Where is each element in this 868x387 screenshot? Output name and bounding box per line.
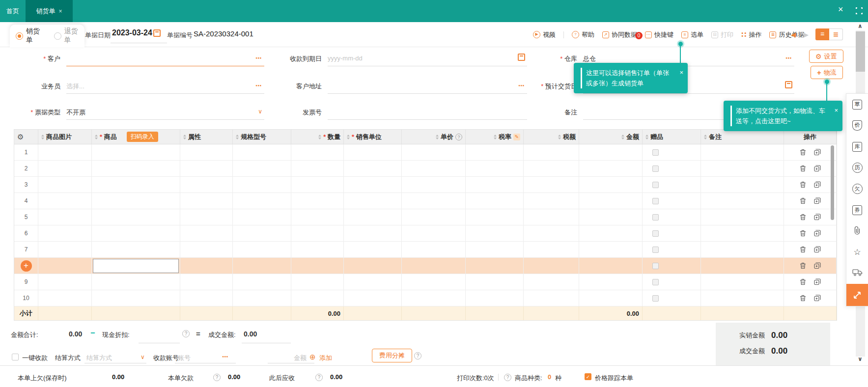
history-round-tool[interactable]: 历 — [846, 157, 868, 178]
delete-row-button[interactable] — [800, 181, 806, 188]
customer-input[interactable] — [66, 51, 264, 66]
page-scrollbar-thumb[interactable] — [856, 31, 865, 72]
close-icon[interactable] — [679, 67, 683, 78]
close-icon[interactable] — [834, 105, 838, 115]
sort-icon[interactable] — [494, 135, 497, 139]
expand-panel-button[interactable] — [846, 284, 868, 306]
sort-icon[interactable] — [41, 135, 44, 139]
delete-row-button[interactable] — [800, 149, 806, 156]
delete-row-button[interactable] — [800, 246, 806, 253]
delete-row-button[interactable] — [800, 295, 806, 302]
gift-checkbox[interactable] — [652, 198, 659, 204]
column-header-1[interactable]: 商品图片 — [38, 130, 92, 144]
receipt-account-input[interactable] — [175, 363, 236, 363]
copy-row-button[interactable] — [814, 149, 821, 156]
address-picker-icon[interactable] — [518, 82, 525, 89]
receipt-amount-input[interactable] — [268, 363, 314, 363]
add-receipt-label[interactable]: 添加 — [319, 354, 332, 362]
delete-row-button[interactable] — [800, 278, 806, 285]
sort-icon[interactable] — [436, 135, 439, 139]
sort-icon[interactable] — [621, 135, 624, 139]
sort-icon[interactable] — [183, 135, 186, 139]
tab-sales-order[interactable]: 销货单 — [26, 0, 73, 22]
help-icon[interactable] — [504, 374, 511, 381]
copy-row-button[interactable] — [814, 165, 821, 172]
nav-prev-icon[interactable]: ◀ — [791, 31, 796, 38]
column-header-4[interactable]: 规格型号 — [233, 130, 291, 144]
gift-checkbox[interactable] — [652, 263, 659, 269]
fee-share-button[interactable]: 费用分摊 — [372, 349, 412, 362]
customer-address-input[interactable] — [328, 78, 527, 94]
column-header-2[interactable]: 商品扫码录入 — [92, 130, 180, 144]
paperclip-tool[interactable] — [846, 221, 868, 242]
sort-icon[interactable] — [236, 135, 239, 139]
action-help[interactable]: ?帮助 — [572, 30, 594, 39]
window-close-icon[interactable] — [838, 5, 843, 14]
copy-row-button[interactable] — [814, 262, 821, 269]
chevron-down-icon[interactable] — [258, 108, 262, 115]
column-header-11[interactable]: 赠品 — [643, 130, 701, 144]
salesman-picker-icon[interactable] — [255, 82, 262, 89]
delete-row-button[interactable] — [800, 165, 806, 172]
calendar-icon[interactable] — [518, 54, 525, 61]
warehouse-picker-icon[interactable] — [785, 55, 792, 62]
calendar-icon[interactable] — [153, 29, 161, 37]
add-row-button[interactable]: + — [21, 260, 32, 272]
bill-type-select[interactable]: 不开票 — [66, 104, 264, 120]
delete-row-button[interactable] — [800, 214, 806, 221]
sort-icon[interactable] — [347, 135, 350, 139]
delete-row-button[interactable] — [800, 230, 806, 237]
column-header-12[interactable]: 备注 — [701, 130, 784, 144]
logistics-button[interactable]: 物流 — [811, 66, 843, 79]
delete-row-button[interactable] — [800, 262, 806, 269]
sort-icon[interactable] — [318, 135, 321, 139]
tab-home[interactable]: 首页 — [0, 0, 26, 22]
price-track-checkbox[interactable] — [585, 373, 591, 380]
doc-date-value[interactable]: 2023-03-24 — [112, 28, 152, 37]
draft-tool[interactable]: 草 — [846, 94, 868, 115]
tab-close-icon[interactable] — [58, 8, 62, 15]
copy-row-button[interactable] — [814, 197, 821, 204]
star-tool[interactable]: ☆ — [846, 242, 868, 263]
coupon-tool[interactable]: 券 — [846, 199, 868, 221]
column-header-5[interactable]: 数量 — [291, 130, 344, 144]
column-header-9[interactable]: 税额 — [524, 130, 579, 144]
gift-checkbox[interactable] — [652, 230, 659, 237]
edit-icon[interactable] — [513, 134, 520, 140]
sort-icon[interactable] — [558, 135, 561, 139]
copy-row-button[interactable] — [814, 230, 821, 237]
copy-row-button[interactable] — [814, 278, 821, 285]
cash-discount-input[interactable] — [139, 343, 180, 343]
radio-sales-order[interactable]: 销货单 — [16, 27, 47, 45]
debt-tool[interactable]: 欠 — [846, 178, 868, 199]
nav-next-icon[interactable]: ▶ — [804, 31, 809, 38]
column-header-7[interactable]: 单价 — [402, 130, 466, 144]
gift-checkbox[interactable] — [652, 295, 659, 302]
window-fullscreen-icon[interactable] — [856, 7, 863, 14]
stock-tool[interactable]: 库 — [846, 136, 868, 157]
gift-checkbox[interactable] — [652, 214, 659, 221]
action-pick-order[interactable]: ≡选单 — [681, 30, 703, 39]
sort-icon[interactable] — [95, 135, 98, 139]
card-view-toggle[interactable]: ≣ — [829, 28, 843, 40]
salesman-input[interactable]: 选择... — [66, 78, 264, 94]
settings-button[interactable]: 设置 — [809, 50, 843, 63]
gift-checkbox[interactable] — [652, 182, 659, 188]
radio-return-order[interactable]: 退货单 — [54, 27, 85, 45]
copy-row-button[interactable] — [814, 246, 821, 253]
invoice-no-input[interactable] — [328, 104, 527, 120]
action-grid[interactable]: ∷操作 — [741, 30, 761, 39]
sort-icon[interactable] — [645, 135, 648, 139]
column-header-6[interactable]: 销售单位 — [344, 130, 402, 144]
help-icon[interactable] — [182, 330, 190, 337]
chevron-down-icon[interactable]: ∨ — [140, 354, 145, 360]
action-video[interactable]: ▶视频 — [533, 30, 556, 39]
truck-tool[interactable] — [846, 263, 868, 284]
gift-checkbox[interactable] — [652, 247, 659, 253]
settle-method-select[interactable] — [84, 363, 146, 363]
action-keyboard[interactable]: ⋯快捷键 — [645, 30, 673, 39]
product-input[interactable] — [93, 259, 179, 273]
scan-entry-button[interactable]: 扫码录入 — [127, 132, 158, 142]
column-header-10[interactable]: 金额 — [579, 130, 643, 144]
calendar-icon[interactable] — [785, 81, 792, 88]
